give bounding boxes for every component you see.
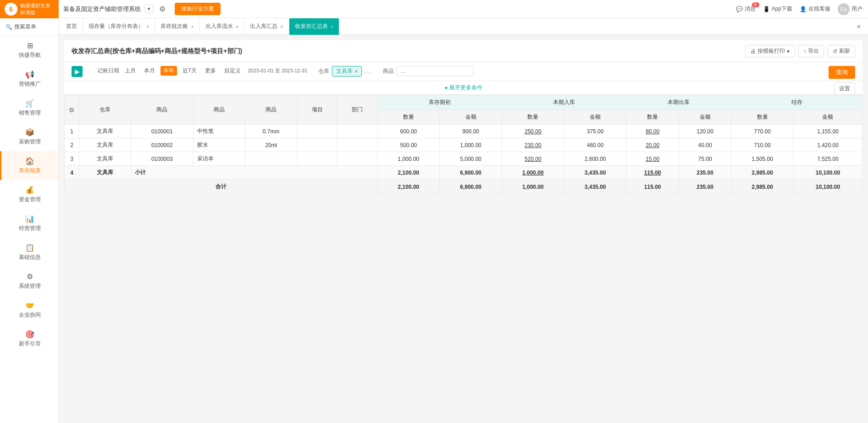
subtotal-open-amt: 6,900.00	[440, 166, 502, 180]
export-icon: ↑	[803, 48, 806, 55]
print-chevron-icon: ▾	[787, 48, 790, 55]
purchase-icon: 📦	[25, 128, 34, 137]
subtotal-out-qty[interactable]: 115.00	[626, 166, 679, 180]
operation-icon: 📊	[25, 214, 34, 223]
refresh-btn[interactable]: ↺ 刷新	[828, 45, 855, 57]
sidebar-item-label-marketing: 营销推广	[19, 80, 41, 88]
subtotal-label: 小计	[131, 166, 377, 180]
system-dropdown-btn[interactable]: ▾	[144, 5, 154, 13]
tab-flow-close[interactable]: ×	[236, 24, 238, 29]
goods-filter-label: 商品	[383, 67, 394, 75]
sidebar-item-system[interactable]: ⚙ 系统管理	[0, 267, 58, 296]
tab-batch[interactable]: 库存批次账 ×	[155, 18, 199, 35]
th-goods-code: 商品	[131, 95, 193, 125]
th-close-qty: 数量	[731, 110, 794, 125]
expand-bar: ▾ 展开更多条件	[64, 81, 862, 95]
message-btn[interactable]: 💬 消息 6	[736, 5, 756, 13]
row-out-qty[interactable]: 20.00	[626, 138, 679, 152]
gear-settings-btn[interactable]: ⚙	[157, 5, 167, 13]
th-open-amt: 金额	[440, 110, 502, 125]
app-title: 装备及固定资产辅助管理系统	[63, 5, 141, 13]
tab-stock-dist-close[interactable]: ×	[146, 24, 149, 29]
content-area: 首页 现存量（库存分布表） × 库存批次账 × 出入库流水 × 出入库汇总 × …	[59, 18, 868, 423]
sidebar-search[interactable]: 🔍 搜索菜单	[0, 18, 58, 36]
row-open-amt: 5,000.00	[440, 152, 502, 166]
row-in-qty[interactable]: 230.00	[502, 138, 564, 152]
row-close-qty: 1,505.00	[731, 152, 794, 166]
total-close-amt: 10,100.00	[793, 180, 862, 194]
total-out-amt: 235.00	[679, 180, 731, 194]
date-btn-this-month[interactable]: 本月	[141, 66, 158, 76]
sidebar-item-sales[interactable]: 🛒 销售管理	[0, 93, 58, 122]
tab-summary-close[interactable]: ×	[280, 24, 283, 29]
sidebar-item-purchase[interactable]: 📦 采购管理	[0, 122, 58, 151]
th-in-group: 本期入库	[502, 95, 626, 110]
message-icon: 💬	[736, 6, 743, 12]
print-icon: 🖨	[750, 48, 756, 55]
search-label: 搜索菜单	[14, 23, 36, 31]
sidebar-item-basic[interactable]: 📋 基础信息	[0, 238, 58, 267]
print-btn[interactable]: 🖨 按模板打印 ▾	[745, 45, 795, 57]
sidebar-item-operation[interactable]: 📊 经营管理	[0, 209, 58, 238]
query-btn[interactable]: 查询	[829, 66, 855, 79]
date-btn-this-year[interactable]: 本年	[160, 66, 177, 76]
row-out-qty[interactable]: 80.00	[626, 125, 679, 138]
sidebar-item-label-operation: 经营管理	[19, 225, 41, 232]
sidebar-item-label-basic: 基础信息	[19, 253, 41, 261]
page-actions: 🖨 按模板打印 ▾ ↑ 导出 ↺ 刷新	[745, 45, 855, 57]
data-table: ⚙ 仓库 商品 商品 商品 项目 部门 库存期初 本期入库 本期出库 结存	[64, 95, 862, 194]
tab-flow[interactable]: 出入库流水 ×	[200, 18, 244, 35]
row-out-qty[interactable]: 15.00	[626, 152, 679, 166]
trial-btn[interactable]: 体验行业方案	[175, 3, 221, 15]
sidebar-item-quick-nav[interactable]: ⊞ 快捷导航	[0, 36, 58, 65]
warehouse-more-btn[interactable]: ...	[365, 68, 372, 75]
total-in-qty: 1,000.00	[502, 180, 564, 194]
sidebar-item-finance[interactable]: 💰 资金管理	[0, 180, 58, 209]
expand-conditions-btn[interactable]: ▾ 展开更多条件	[445, 84, 482, 92]
row-in-qty[interactable]: 250.00	[502, 125, 564, 138]
user-btn[interactable]: Ea 用户	[838, 3, 862, 15]
tab-recv-send-close[interactable]: ×	[331, 24, 333, 29]
date-btn-7days[interactable]: 近7天	[180, 66, 199, 76]
sidebar-item-enterprise[interactable]: 🤝 企业协同	[0, 296, 58, 324]
date-btn-last-month[interactable]: 上月	[122, 66, 138, 76]
row-open-qty: 1,000.00	[377, 152, 440, 166]
online-service-label: 在线客服	[808, 5, 830, 13]
newbie-icon: 🎯	[25, 330, 34, 339]
online-service-btn[interactable]: 👤 在线客服	[800, 5, 830, 13]
sidebar-item-newbie[interactable]: 🎯 新手引导	[0, 324, 58, 353]
row-name: 胶水	[193, 138, 245, 152]
th-in-qty: 数量	[502, 110, 564, 125]
filter-toggle-btn[interactable]: ▶	[72, 66, 83, 77]
date-btn-custom[interactable]: 自定义	[221, 66, 243, 76]
table-row: 2 文具库 0100002 胶水 20ml 500.00 1,000.00 23…	[65, 138, 862, 152]
tab-summary-label: 出入库汇总	[250, 22, 277, 30]
row-spec: 20ml	[245, 138, 297, 152]
tab-summary[interactable]: 出入库汇总 ×	[244, 18, 289, 35]
tab-recv-send[interactable]: 收发存汇总表 ×	[289, 18, 339, 35]
warehouse-tag-close[interactable]: ×	[354, 68, 358, 75]
tab-home[interactable]: 首页	[61, 18, 83, 35]
export-btn[interactable]: ↑ 导出	[798, 45, 824, 57]
user-avatar: Ea	[838, 3, 850, 15]
tab-stock-dist-label: 现存量（库存分布表）	[88, 22, 144, 30]
row-in-qty[interactable]: 520.00	[502, 152, 564, 166]
goods-filter-input[interactable]	[397, 66, 474, 76]
subtotal-in-amt: 3,435.00	[564, 166, 626, 180]
tab-stock-dist[interactable]: 现存量（库存分布表） ×	[83, 18, 155, 35]
row-project	[297, 125, 337, 138]
user-label: 用户	[851, 5, 862, 13]
tab-bar-close-btn[interactable]: ×	[851, 23, 866, 30]
row-warehouse: 文具库	[79, 152, 131, 166]
subtotal-in-qty[interactable]: 1,000.00	[502, 166, 564, 180]
subtotal-row: 4 文具库 小计 2,100.00 6,900.00 1,000.00 3,43…	[65, 166, 862, 180]
date-btn-more[interactable]: 更多	[202, 66, 219, 76]
print-label: 按模板打印	[757, 47, 785, 55]
sidebar-item-marketing[interactable]: 📢 营销推广	[0, 65, 58, 93]
settings-btn[interactable]: 设置	[834, 82, 855, 95]
row-warehouse: 文具库	[79, 138, 131, 152]
tab-batch-close[interactable]: ×	[191, 24, 194, 29]
table-settings-col[interactable]: ⚙	[65, 95, 79, 125]
app-download-btn[interactable]: 📱 App下载	[763, 5, 792, 13]
sidebar-item-inventory[interactable]: 🏠 库存核算	[0, 151, 58, 180]
